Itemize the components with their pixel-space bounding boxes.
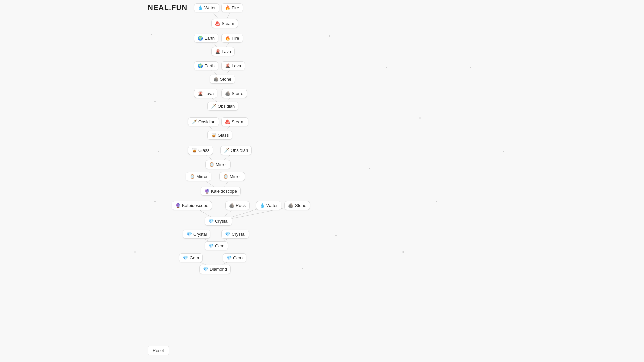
element-emoji: 🗡️: [224, 148, 229, 153]
logo: NEAL.FUN: [148, 3, 187, 12]
element-label: Crystal: [193, 232, 207, 237]
element-node-obsidian1[interactable]: 🗡️Obsidian: [207, 102, 238, 111]
element-emoji: 🪞: [209, 162, 214, 167]
element-emoji: 🪞: [190, 174, 195, 179]
element-label: Rock: [236, 203, 246, 208]
element-node-kaleid2[interactable]: 🔮Kaleidoscope: [172, 201, 212, 210]
element-label: Mirror: [230, 174, 241, 179]
element-label: Steam: [222, 21, 234, 26]
element-label: Gem: [233, 255, 243, 260]
element-emoji: 💎: [203, 267, 208, 272]
element-emoji: 🔥: [225, 36, 230, 41]
element-label: Water: [204, 5, 216, 10]
element-emoji: 🥃: [192, 148, 197, 153]
element-label: Earth: [204, 36, 215, 41]
element-emoji: 🔥: [225, 5, 230, 10]
element-label: Obsidian: [198, 119, 215, 124]
element-label: Glass: [218, 133, 229, 138]
element-label: Lava: [204, 91, 214, 96]
element-emoji: 🪞: [223, 174, 228, 179]
element-node-obsidian3[interactable]: 🗡️Obsidian: [220, 146, 252, 155]
element-label: Fire: [232, 36, 239, 41]
element-label: Gem: [190, 255, 199, 260]
element-label: Stone: [220, 77, 231, 82]
element-label: Obsidian: [218, 104, 235, 109]
element-node-stone2[interactable]: 🪨Stone: [221, 89, 247, 98]
element-node-gem1[interactable]: 💎Gem: [205, 241, 228, 250]
element-emoji: 💎: [183, 255, 188, 260]
element-label: Diamond: [210, 267, 227, 272]
element-node-steam2[interactable]: ♨️Steam: [221, 117, 248, 126]
element-emoji: 🌍: [198, 36, 203, 41]
element-emoji: 💎: [226, 255, 232, 260]
element-emoji: 🥃: [211, 133, 216, 138]
element-node-mirror2[interactable]: 🪞Mirror: [186, 172, 211, 181]
element-node-fire1[interactable]: 🔥Fire: [221, 3, 243, 12]
element-node-fire2[interactable]: 🔥Fire: [221, 34, 243, 43]
element-label: Fire: [232, 5, 239, 10]
reset-button[interactable]: Reset: [148, 346, 169, 355]
element-emoji: 🪨: [225, 91, 230, 96]
element-emoji: 🔮: [175, 203, 181, 208]
element-label: Stone: [232, 91, 243, 96]
element-label: Mirror: [216, 162, 227, 167]
element-node-earth2[interactable]: 🌍Earth: [194, 61, 218, 70]
element-label: Obsidian: [231, 148, 248, 153]
element-label: Steam: [232, 119, 245, 124]
element-emoji: 🗡️: [211, 104, 216, 109]
element-emoji: 💎: [208, 243, 214, 248]
element-node-crystal1[interactable]: 💎Crystal: [205, 217, 232, 226]
element-label: Stone: [295, 203, 306, 208]
element-label: Mirror: [196, 174, 208, 179]
element-emoji: 💧: [260, 203, 265, 208]
element-node-water2[interactable]: 💧Water: [256, 201, 281, 210]
element-node-lava3[interactable]: 🌋Lava: [194, 89, 217, 98]
element-emoji: 🌋: [198, 91, 203, 96]
element-node-steam1[interactable]: ♨️Steam: [211, 19, 238, 28]
element-label: Kaleidoscope: [211, 189, 237, 194]
element-label: Kaleidoscope: [182, 203, 208, 208]
element-emoji: ♨️: [215, 21, 220, 26]
element-node-obsidian2[interactable]: 🗡️Obsidian: [188, 117, 219, 126]
element-emoji: 🪨: [213, 77, 219, 82]
element-node-earth1[interactable]: 🌍Earth: [194, 34, 218, 43]
element-node-gem3[interactable]: 💎Gem: [223, 253, 246, 262]
element-emoji: 🔮: [204, 189, 210, 194]
element-node-stone1[interactable]: 🪨Stone: [210, 75, 235, 84]
element-emoji: 🗡️: [192, 119, 197, 124]
element-node-diamond1[interactable]: 💎Diamond: [199, 265, 231, 274]
element-emoji: 💧: [198, 5, 203, 10]
element-label: Water: [266, 203, 278, 208]
element-node-lava1[interactable]: 🌋Lava: [211, 47, 235, 56]
element-label: Crystal: [232, 232, 245, 237]
element-label: Lava: [232, 63, 241, 68]
element-node-stone3[interactable]: 🪨Stone: [284, 201, 310, 210]
element-label: Glass: [198, 148, 209, 153]
element-node-crystal2[interactable]: 💎Crystal: [183, 230, 210, 239]
element-emoji: 💎: [208, 219, 214, 224]
element-label: Crystal: [215, 219, 228, 224]
element-emoji: ♨️: [225, 119, 230, 124]
element-emoji: 💎: [225, 232, 230, 237]
element-node-water1[interactable]: 💧Water: [194, 3, 219, 12]
element-node-gem2[interactable]: 💎Gem: [179, 253, 203, 262]
element-node-lava2[interactable]: 🌋Lava: [221, 61, 245, 70]
element-node-kaleid1[interactable]: 🔮Kaleidoscope: [201, 187, 241, 196]
element-emoji: 🌋: [225, 63, 230, 68]
element-label: Gem: [215, 243, 224, 248]
element-emoji: 💎: [186, 232, 192, 237]
element-node-mirror3[interactable]: 🪞Mirror: [219, 172, 245, 181]
element-label: Lava: [222, 49, 231, 54]
element-label: Earth: [204, 63, 215, 68]
element-emoji: 🪨: [229, 203, 234, 208]
element-node-rock1[interactable]: 🪨Rock: [225, 201, 250, 210]
element-emoji: 🌍: [198, 63, 203, 68]
element-node-mirror1[interactable]: 🪞Mirror: [205, 160, 231, 169]
element-node-crystal3[interactable]: 💎Crystal: [221, 230, 249, 239]
element-emoji: 🪨: [288, 203, 293, 208]
element-node-glass1[interactable]: 🥃Glass: [207, 131, 232, 140]
element-emoji: 🌋: [215, 49, 220, 54]
element-node-glass2[interactable]: 🥃Glass: [188, 146, 213, 155]
